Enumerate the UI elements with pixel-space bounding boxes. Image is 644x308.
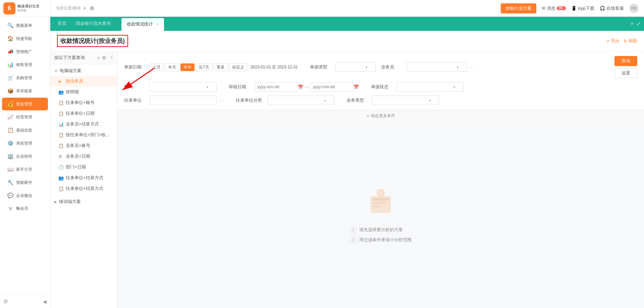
date-btn-this-year[interactable]: 本年	[180, 63, 195, 71]
sidebar-item-wechat[interactable]: 💬 企业微信	[2, 189, 48, 202]
sidebar-item-label: 企业协同	[16, 154, 32, 159]
refresh-button[interactable]: ↻ 刷新	[624, 38, 637, 44]
scheme-item-salesperson-date[interactable]: ⚙ 业务员+日期	[50, 151, 117, 162]
scheme-item-by-salesperson[interactable]: ● 按业务员	[50, 76, 117, 87]
scheme-item-partner-date[interactable]: 📋 往来单位+日期	[50, 108, 117, 119]
scheme-item-label: 按往来单位+部门+收...	[66, 132, 109, 138]
scheme-item-salesperson-settle[interactable]: 📊 业务员+结算方式	[50, 119, 117, 130]
doc-status-label: 单据状态	[371, 84, 391, 90]
window-restore-btn[interactable]: ⤢	[636, 21, 641, 27]
sidebar: 6 畅捷通好生意 标准版 🔍 搜索菜单 🏠 快捷导航 📣 营销推广 📊 销售管理…	[0, 0, 50, 308]
partner-account-icon: 📋	[58, 100, 64, 105]
online-service-btn[interactable]: 🎧 在线客服	[600, 5, 624, 11]
marketing-icon: 📣	[7, 49, 13, 55]
sidebar-item-system[interactable]: ⚙️ 系统管理	[2, 137, 48, 150]
date-btn-custom[interactable]: 自定义	[229, 63, 247, 71]
window-close-btn[interactable]: ×	[631, 21, 634, 27]
date-btn-this-month[interactable]: 本月	[165, 63, 179, 71]
scheme-item-label: 业务员+账号	[66, 143, 90, 149]
hardware-icon: 🔧	[7, 179, 13, 186]
sidebar-item-sales[interactable]: 📊 销售管理	[2, 58, 48, 71]
salesperson-date-icon: ⚙	[58, 154, 64, 159]
sidebar-item-operation[interactable]: 📈 经营管理	[2, 111, 48, 123]
doc-status-select[interactable]: ▾	[396, 82, 464, 92]
settings-button[interactable]: 设置	[614, 68, 637, 78]
sidebar-item-inventory[interactable]: 📦 库存核算	[2, 85, 48, 97]
sidebar-item-purchase[interactable]: 🛒 采购管理	[2, 71, 48, 84]
partner-category-select[interactable]: ▾	[267, 96, 334, 105]
message-btn[interactable]: ✉ 消息 99+	[542, 5, 566, 11]
scheme-settings-btn[interactable]: ⚙	[102, 55, 106, 60]
date-btn-last-month[interactable]: 上月	[150, 63, 164, 71]
calendar-start-icon[interactable]: 📅	[298, 85, 303, 90]
review-date-end[interactable]	[310, 82, 354, 92]
doc-type-select[interactable]: ▾	[335, 62, 376, 72]
scheme-collapse-btn[interactable]: 《	[108, 55, 113, 61]
sidebar-item-finance[interactable]: 💰 资金管理	[2, 98, 48, 110]
scheme-actions: + ⚙ 《	[97, 55, 113, 61]
app-download-btn[interactable]: 📱 App下载	[571, 5, 594, 11]
biz-type-select[interactable]: ▾	[372, 96, 439, 105]
basic-info-icon: 📋	[7, 127, 13, 133]
scheme-item-partner-settle2[interactable]: 📋 往来单位+结算方式	[50, 183, 117, 194]
scheme-item-detail[interactable]: 👥 按明细	[50, 87, 117, 97]
tabs-bar: 首页 现金银行流水查询 × 收款情况统计 × × ⤢	[50, 17, 644, 31]
scheme-item-salesperson-account[interactable]: 📋 业务员+账号	[50, 140, 117, 151]
scheme-group-mobile-title[interactable]: ▶ 移动端方案	[50, 197, 117, 207]
scheme-title: 按以下方案查询	[54, 55, 85, 61]
collapse-bar[interactable]: ∧ 收起更多条件	[117, 110, 644, 121]
detail-icon: 👥	[58, 90, 64, 95]
scheme-item-dept-date[interactable]: 🕐 部门+日期	[50, 162, 117, 172]
sidebar-item-marketing[interactable]: 📣 营销推广	[2, 45, 48, 58]
sidebar-item-search-menu[interactable]: 🔍 搜索菜单	[2, 19, 48, 32]
partner-more-btn[interactable]: ···	[219, 98, 224, 103]
partner-select[interactable]	[150, 96, 217, 105]
scheme-add-btn[interactable]: +	[97, 55, 100, 60]
export-button[interactable]: ↗ 导出	[606, 38, 620, 44]
purchase-icon: 🛒	[7, 75, 13, 81]
calendar-end-icon[interactable]: 📅	[354, 85, 359, 90]
sidebar-item-basic-info[interactable]: 📋 基础信息	[2, 124, 48, 137]
tab-collection-stats-close[interactable]: ×	[156, 22, 158, 26]
tab-home[interactable]: 首页	[54, 17, 70, 31]
user-avatar[interactable]: Rit	[629, 4, 639, 13]
scheme-item-partner-settle1[interactable]: 👥 往来单位+结算方式	[50, 172, 117, 183]
scheme-item-label: 往来单位+结算方式	[66, 186, 103, 192]
chevron-down-icon: ▾	[457, 65, 459, 69]
header-gear-icon[interactable]: ⚙	[90, 5, 94, 11]
sidebar-item-guide[interactable]: 📖 新手引导	[2, 163, 48, 176]
dept-label: 部门	[124, 84, 144, 90]
operation-icon: 📈	[7, 114, 13, 120]
sidebar-item-enterprise[interactable]: 🏢 企业协同	[2, 150, 48, 163]
header-left: 当前位置/路径 ▾ ⚙	[56, 5, 94, 11]
review-date-start[interactable]	[254, 82, 298, 92]
export-label: 导出	[611, 38, 620, 44]
chevron-down-icon: ▾	[453, 85, 455, 89]
date-range-text: 2023-01-01 至 2023-12-31	[251, 64, 298, 70]
query-button[interactable]: 查询	[614, 56, 637, 66]
date-btn-7days[interactable]: 近7天	[196, 63, 212, 71]
tab-bank-flow[interactable]: 现金银行流水查询 ×	[70, 17, 121, 31]
sidebar-item-member[interactable]: V 畅会员	[2, 202, 48, 215]
sidebar-collapse-icon[interactable]: ◀	[43, 299, 47, 304]
sidebar-settings-icon[interactable]: ⚙	[3, 298, 8, 305]
salesperson-more-btn[interactable]: ···	[469, 64, 474, 70]
tab-bank-flow-close[interactable]: ×	[114, 21, 116, 25]
empty-step-1: 1 请先选择要分析的方案	[350, 226, 412, 233]
chevron-down-icon: ▾	[366, 65, 367, 69]
sidebar-item-hardware[interactable]: 🔧 智能硬件	[2, 176, 48, 189]
dept-select[interactable]: ▾	[150, 82, 217, 92]
trial-button[interactable]: 体验行业方案	[501, 3, 536, 13]
tab-collection-stats[interactable]: 收款情况统计 ×	[121, 18, 164, 31]
salesperson-select[interactable]: ▾	[407, 62, 467, 72]
sidebar-item-quick-nav[interactable]: 🏠 快捷导航	[2, 32, 48, 45]
finance-icon: 💰	[7, 101, 13, 107]
scheme-item-partner-dept-collect[interactable]: 📋 按往来单位+部门+收...	[50, 130, 117, 140]
dropdown-icon[interactable]: ▾	[84, 6, 86, 11]
logo-badge: 标准版	[17, 8, 40, 13]
scheme-group-desktop-title[interactable]: ▼ 电脑端方案	[50, 66, 117, 76]
scheme-item-partner-account[interactable]: 📋 往来单位+账号	[50, 97, 117, 108]
date-btn-more[interactable]: 更多	[214, 63, 228, 71]
chevron-down-icon: ▾	[207, 85, 208, 89]
partner-date-icon: 📋	[58, 111, 64, 116]
